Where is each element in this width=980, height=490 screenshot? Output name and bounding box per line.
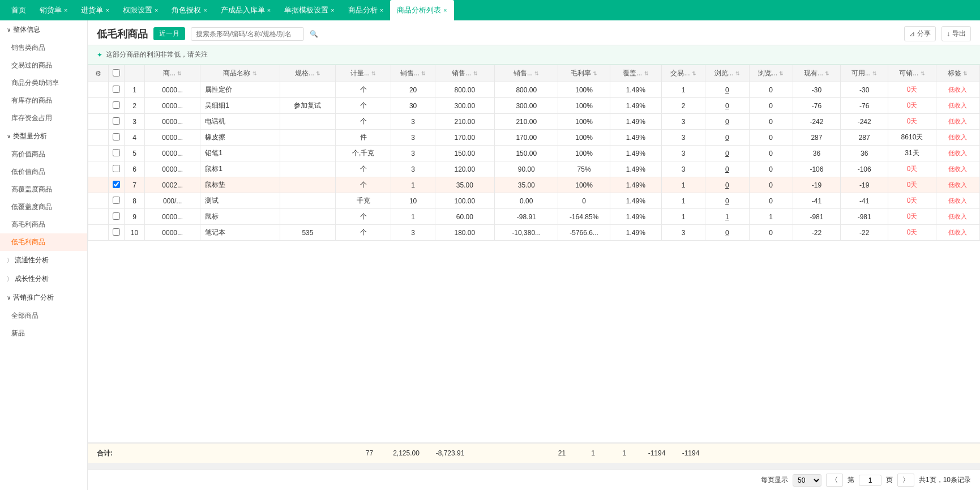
- row-checkbox[interactable]: [113, 212, 120, 220]
- share-button[interactable]: ⊿ 分享: [904, 26, 936, 41]
- export-button[interactable]: ↓ 导出: [942, 26, 971, 41]
- row-check-cell[interactable]: [109, 146, 125, 161]
- page-size-select[interactable]: 50 100 200: [793, 474, 821, 487]
- coverage-column-header[interactable]: 覆盖... ⇅: [610, 65, 661, 82]
- close-icon[interactable]: ×: [443, 7, 447, 14]
- row-views1-cell[interactable]: 0: [705, 177, 749, 193]
- current-stock-column-header[interactable]: 现有... ⇅: [793, 65, 840, 82]
- sidebar-item-stocked-products[interactable]: 有库存的商品: [0, 92, 87, 109]
- row-checkbox[interactable]: [113, 117, 120, 125]
- nav-sales-order[interactable]: 销货单 ×: [33, 0, 74, 20]
- available-stock-column-header[interactable]: 可用... ⇅: [841, 65, 888, 82]
- row-views1-cell[interactable]: 0: [705, 82, 749, 98]
- sales-price-column-header[interactable]: 销售... ⇅: [435, 65, 494, 82]
- row-check-cell[interactable]: [109, 209, 125, 225]
- views1-column-header[interactable]: 浏览... ⇅: [705, 65, 749, 82]
- row-check-cell[interactable]: [109, 161, 125, 177]
- row-check-cell[interactable]: [109, 130, 125, 146]
- settings-column-header[interactable]: ⚙: [88, 65, 109, 82]
- row-check-cell[interactable]: [109, 193, 125, 209]
- row-check-cell[interactable]: [109, 82, 125, 98]
- row-coverage-cell: 1.49%: [610, 82, 661, 98]
- sidebar-item-inventory-capital[interactable]: 库存资金占用: [0, 109, 87, 127]
- row-checkbox[interactable]: [113, 228, 120, 236]
- row-checkbox[interactable]: [113, 149, 120, 156]
- nav-permission[interactable]: 权限设置 ×: [116, 0, 165, 20]
- close-icon[interactable]: ×: [64, 7, 67, 14]
- sidebar-group-marketing[interactable]: ∨ 营销推广分析: [0, 288, 87, 307]
- page-number-input[interactable]: [859, 475, 881, 486]
- sidebar-group-quantity-analysis[interactable]: ∨ 类型量分析: [0, 127, 87, 146]
- sidebar-item-high-coverage[interactable]: 高覆盖度商品: [0, 181, 87, 198]
- close-icon[interactable]: ×: [105, 7, 109, 14]
- search-icon[interactable]: 🔍: [310, 30, 318, 38]
- spec-column-header[interactable]: 规格... ⇅: [280, 65, 335, 82]
- name-column-header[interactable]: 商品名称 ⇅: [200, 65, 280, 82]
- trade-count-column-header[interactable]: 交易... ⇅: [662, 65, 705, 82]
- nav-role-auth[interactable]: 角色授权 ×: [165, 0, 213, 20]
- row-checkbox[interactable]: [113, 133, 120, 140]
- sidebar-item-all-products[interactable]: 全部商品: [0, 307, 87, 325]
- prev-page-button[interactable]: 〈: [826, 474, 843, 487]
- code-column-header[interactable]: 商... ⇅: [145, 65, 200, 82]
- close-icon[interactable]: ×: [203, 7, 207, 14]
- filter-recent-month-button[interactable]: 近一月: [153, 27, 185, 40]
- sidebar-item-low-coverage[interactable]: 低覆盖度商品: [0, 198, 87, 216]
- tag-column-header[interactable]: 标签 ⇅: [936, 65, 979, 82]
- row-checkbox[interactable]: [113, 165, 120, 172]
- check-column-header[interactable]: [109, 65, 125, 82]
- sidebar-item-category-sales-rate[interactable]: 商品分类助销率: [0, 74, 87, 92]
- gross-margin-column-header[interactable]: 毛利率 ⇅: [558, 65, 610, 82]
- row-views1-cell[interactable]: 1: [705, 209, 749, 225]
- row-checkbox[interactable]: [113, 181, 120, 188]
- sidebar-item-high-margin[interactable]: 高毛利商品: [0, 216, 87, 233]
- close-icon[interactable]: ×: [331, 7, 334, 14]
- row-check-cell[interactable]: [109, 177, 125, 193]
- sidebar-item-low-value[interactable]: 低价值商品: [0, 163, 87, 181]
- nav-template-settings[interactable]: 单据模板设置 ×: [277, 0, 341, 20]
- sidebar-item-high-value[interactable]: 高价值商品: [0, 146, 87, 163]
- nav-product-analysis-list[interactable]: 商品分析列表 ×: [390, 0, 453, 20]
- search-input[interactable]: [191, 27, 304, 41]
- row-views2-cell: 0: [749, 114, 793, 130]
- select-all-checkbox[interactable]: [113, 69, 120, 76]
- sidebar-item-low-margin[interactable]: 低毛利商品: [0, 233, 87, 251]
- row-views1-cell[interactable]: 0: [705, 130, 749, 146]
- table-container[interactable]: ⚙ 商... ⇅ 商品名称 ⇅ 规格... ⇅ 计量... ⇅ 销售... ⇅ …: [88, 65, 980, 442]
- sidebar-item-traded-products[interactable]: 交易过的商品: [0, 57, 87, 74]
- row-gross-margin-cell: 100%: [558, 82, 610, 98]
- row-check-cell[interactable]: [109, 98, 125, 114]
- sidebar-item-new-products[interactable]: 新品: [0, 325, 87, 342]
- row-checkbox[interactable]: [113, 86, 120, 93]
- row-views1-cell[interactable]: 0: [705, 193, 749, 209]
- row-views1-cell[interactable]: 0: [705, 98, 749, 114]
- sidebar-group-growth[interactable]: 〉 成长性分析: [0, 270, 87, 288]
- row-check-cell[interactable]: [109, 225, 125, 241]
- row-check-cell[interactable]: [109, 114, 125, 130]
- nav-home[interactable]: 首页: [5, 0, 33, 20]
- sidebar-group-overall[interactable]: ∨ 整体信息: [0, 20, 87, 39]
- unit-column-header[interactable]: 计量... ⇅: [336, 65, 391, 82]
- sales-amount-column-header[interactable]: 销售... ⇅: [495, 65, 558, 82]
- row-views1-cell[interactable]: 0: [705, 161, 749, 177]
- row-current-stock-cell: -981: [793, 209, 840, 225]
- horizontal-scrollbar[interactable]: [88, 463, 980, 470]
- sidebar-item-sales-products[interactable]: 销售类商品: [0, 39, 87, 57]
- row-views1-cell[interactable]: 0: [705, 225, 749, 241]
- close-icon[interactable]: ×: [380, 7, 383, 14]
- sales-qty-column-header[interactable]: 销售... ⇅: [391, 65, 435, 82]
- row-checkbox[interactable]: [113, 197, 120, 204]
- nav-purchase-order[interactable]: 进货单 ×: [74, 0, 115, 20]
- views2-column-header[interactable]: 浏览... ⇅: [749, 65, 793, 82]
- nav-product-analysis[interactable]: 商品分析 ×: [341, 0, 390, 20]
- next-page-button[interactable]: 〉: [897, 474, 914, 487]
- row-checkbox[interactable]: [113, 101, 120, 109]
- row-views1-cell[interactable]: 0: [705, 114, 749, 130]
- close-icon[interactable]: ×: [267, 7, 271, 14]
- sidebar-group-circulation[interactable]: 〉 流通性分析: [0, 251, 87, 270]
- nav-product-entry[interactable]: 产成品入库单 ×: [214, 0, 277, 20]
- row-views1-cell[interactable]: 0: [705, 146, 749, 161]
- saleable-days-column-header[interactable]: 可销... ⇅: [888, 65, 936, 82]
- close-icon[interactable]: ×: [155, 7, 158, 14]
- row-sales-qty-cell: 10: [391, 193, 435, 209]
